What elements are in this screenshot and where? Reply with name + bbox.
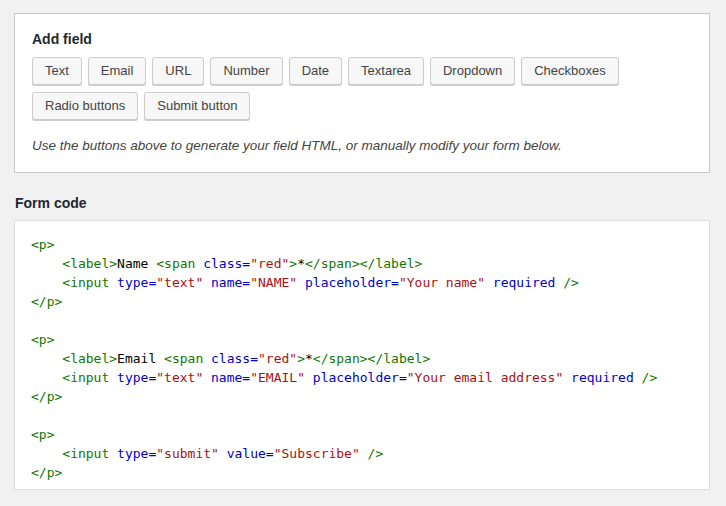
- page: Add field TextEmailURLNumberDateTextarea…: [0, 0, 726, 490]
- code-line: <input type="submit" value="Subscribe" /…: [31, 444, 693, 463]
- code-line: <p>: [31, 425, 693, 444]
- form-code-editor[interactable]: <p> <label>Name <span class="red">*</spa…: [14, 220, 710, 490]
- code-lines: <p> <label>Name <span class="red">*</spa…: [31, 235, 693, 482]
- code-line: [31, 406, 693, 425]
- add-field-button-text[interactable]: Text: [32, 57, 82, 85]
- code-line: </p>: [31, 387, 693, 406]
- add-field-button-number[interactable]: Number: [210, 57, 282, 85]
- add-field-button-checkboxes[interactable]: Checkboxes: [521, 57, 619, 85]
- add-field-buttons: TextEmailURLNumberDateTextareaDropdownCh…: [32, 57, 692, 120]
- code-line: <p>: [31, 330, 693, 349]
- code-line: <label>Email <span class="red">*</span><…: [31, 349, 693, 368]
- code-line: <input type="text" name="NAME" placehold…: [31, 273, 693, 292]
- add-field-button-dropdown[interactable]: Dropdown: [430, 57, 515, 85]
- add-field-button-textarea[interactable]: Textarea: [348, 57, 424, 85]
- code-line: <label>Name <span class="red">*</span></…: [31, 254, 693, 273]
- add-field-button-radio-buttons[interactable]: Radio buttons: [32, 92, 138, 120]
- code-line: <input type="text" name="EMAIL" placehol…: [31, 368, 693, 387]
- code-line: <p>: [31, 235, 693, 254]
- code-line: </p>: [31, 463, 693, 482]
- code-line: [31, 311, 693, 330]
- add-field-button-url[interactable]: URL: [152, 57, 204, 85]
- add-field-button-submit-button[interactable]: Submit button: [144, 92, 250, 120]
- add-field-panel: Add field TextEmailURLNumberDateTextarea…: [14, 13, 710, 173]
- add-field-button-email[interactable]: Email: [88, 57, 147, 85]
- help-text: Use the buttons above to generate your f…: [32, 137, 692, 155]
- code-line: </p>: [31, 292, 693, 311]
- form-code-heading: Form code: [15, 195, 710, 211]
- add-field-button-date[interactable]: Date: [289, 57, 342, 85]
- add-field-heading: Add field: [32, 31, 692, 47]
